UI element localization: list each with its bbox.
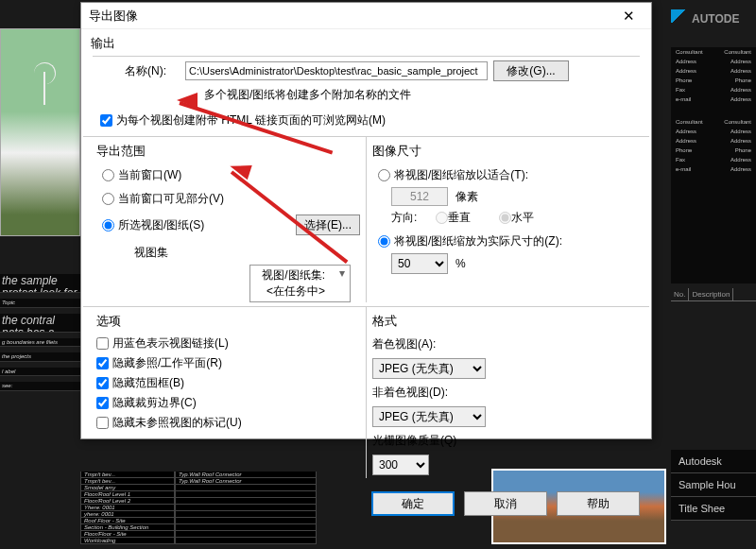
bg-revision-table: No.Description bbox=[671, 288, 756, 301]
cb-bluelinks[interactable] bbox=[96, 337, 109, 350]
cb-bluelinks-label: 用蓝色表示视图链接(L) bbox=[112, 335, 229, 352]
shaded-label: 着色视图(A): bbox=[372, 334, 636, 355]
ok-button[interactable]: 确定 bbox=[371, 491, 455, 516]
bg-consultant-panel: ConsultantConsultant AddressAddress Addr… bbox=[671, 47, 756, 283]
unshaded-select[interactable]: JPEG (无失真) bbox=[372, 406, 486, 427]
direction-label: 方向: bbox=[391, 210, 417, 226]
cb-hideref-label: 隐藏参照/工作平面(R) bbox=[112, 355, 222, 371]
raster-select[interactable]: 300 bbox=[372, 455, 429, 475]
section-output-title: 输出 bbox=[91, 29, 642, 56]
radio-current-window-label: 当前窗口(W) bbox=[118, 167, 181, 183]
select-button[interactable]: 选择(E)... bbox=[296, 214, 360, 235]
unshaded-label: 非着色视图(D): bbox=[372, 382, 636, 403]
radio-actual[interactable] bbox=[378, 235, 390, 248]
section-options-title: 选项 bbox=[96, 307, 360, 334]
cb-hideunref-label: 隐藏未参照视图的标记(U) bbox=[112, 415, 242, 431]
path-input[interactable] bbox=[185, 61, 488, 80]
cb-hidescope-label: 隐藏范围框(B) bbox=[112, 375, 184, 391]
cb-hidecrop[interactable] bbox=[96, 397, 109, 409]
radio-horizontal-label: 水平 bbox=[511, 210, 534, 226]
bg-left-captions: the sample protect look forthe len he pr… bbox=[0, 274, 80, 391]
pixels-label: 像素 bbox=[455, 189, 478, 205]
html-checkbox[interactable] bbox=[100, 114, 112, 127]
change-button[interactable]: 修改(G)... bbox=[493, 60, 569, 81]
radio-selected-views-label: 所选视图/图纸(S) bbox=[118, 217, 204, 233]
radio-fit-label: 将视图/图纸缩放以适合(T): bbox=[394, 167, 528, 183]
radio-horizontal[interactable] bbox=[499, 212, 511, 224]
pixels-input[interactable] bbox=[391, 187, 448, 206]
section-size-title: 图像尺寸 bbox=[372, 137, 636, 163]
cb-hidecrop-label: 隐藏裁剪边界(C) bbox=[112, 395, 197, 411]
radio-selected-views[interactable] bbox=[102, 219, 114, 232]
cb-hidescope[interactable] bbox=[96, 377, 109, 389]
export-image-dialog: 导出图像 ✕ 输出 名称(N): 修改(G)... 多个视图/图纸将创建多个附加… bbox=[80, 2, 652, 439]
dialog-title: 导出图像 bbox=[89, 8, 138, 25]
radio-vertical-label: 垂直 bbox=[448, 210, 471, 226]
cancel-button[interactable]: 取消 bbox=[464, 491, 547, 516]
bg-titleblock: Autodesk Sample Hou Title Shee bbox=[671, 450, 756, 521]
radio-current-visible-label: 当前窗口可见部分(V) bbox=[118, 191, 224, 207]
cb-hideunref[interactable] bbox=[96, 417, 109, 429]
autodesk-logo: AUTODE bbox=[671, 9, 756, 38]
titlebar: 导出图像 ✕ bbox=[81, 3, 651, 29]
close-button[interactable]: ✕ bbox=[613, 6, 644, 26]
bg-preview-thumb bbox=[0, 28, 80, 236]
radio-actual-label: 将视图/图纸缩放为实际尺寸的(Z): bbox=[394, 233, 562, 249]
viewset-label: 视图集 bbox=[134, 239, 360, 261]
html-checkbox-label: 为每个视图创建附带 HTML 链接页面的可浏览网站(M) bbox=[116, 112, 386, 129]
output-hint: 多个视图/图纸将创建多个附加名称的文件 bbox=[91, 85, 642, 109]
help-button[interactable]: 帮助 bbox=[557, 491, 640, 516]
zoom-select[interactable]: 50 bbox=[391, 253, 448, 274]
viewset-selector[interactable]: 视图/图纸集: <在任务中> bbox=[249, 265, 351, 302]
shaded-select[interactable]: JPEG (无失真) bbox=[372, 358, 486, 379]
raster-label: 光栅图像质量(Q) bbox=[372, 430, 636, 452]
radio-current-visible[interactable] bbox=[102, 193, 114, 205]
radio-current-window[interactable] bbox=[102, 169, 114, 181]
percent-label: % bbox=[455, 257, 466, 270]
radio-fit[interactable] bbox=[378, 169, 390, 181]
radio-vertical[interactable] bbox=[436, 212, 448, 224]
cb-hideref[interactable] bbox=[96, 357, 109, 369]
section-range-title: 导出范围 bbox=[96, 137, 360, 163]
name-label: 名称(N): bbox=[91, 63, 185, 79]
section-format-title: 格式 bbox=[372, 307, 636, 334]
